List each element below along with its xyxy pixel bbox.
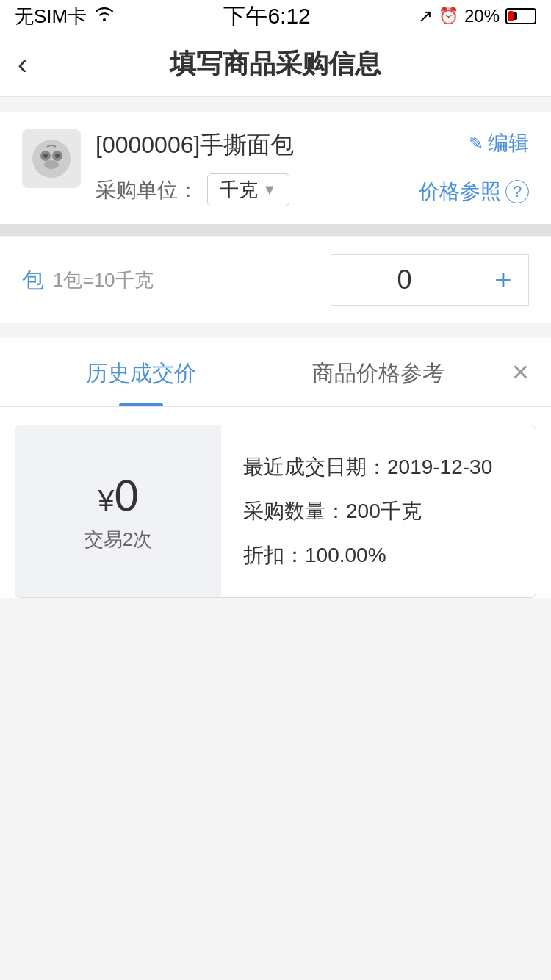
- product-image: [22, 129, 81, 188]
- close-icon: ×: [512, 356, 529, 388]
- tab1-label: 历史成交价: [86, 361, 196, 385]
- unit-prefix: 采购单位：: [96, 176, 198, 204]
- currency-symbol: ¥: [98, 484, 114, 516]
- tab-history-price[interactable]: 历史成交价: [22, 338, 259, 406]
- transaction-price: ¥0: [98, 470, 139, 521]
- date-label: 最近成交日期：: [243, 455, 387, 478]
- transaction-price-section: ¥0 交易2次: [15, 425, 221, 597]
- quantity-unit: 包: [22, 265, 44, 295]
- quantity-input-group: 0 +: [331, 254, 529, 306]
- quantity-value: 0: [397, 264, 411, 295]
- status-time: 下午6:12: [223, 1, 310, 32]
- product-left: [0000006]手撕面包 采购单位： 千克 ▼: [22, 129, 294, 206]
- tab2-label: 商品价格参考: [312, 361, 444, 385]
- wifi-icon: [93, 5, 116, 28]
- transaction-qty: 采购数量：200千克: [243, 496, 514, 527]
- quantity-unit-hint: 1包=10千克: [53, 267, 154, 293]
- product-name: [0000006]手撕面包: [96, 129, 294, 162]
- plus-icon: +: [494, 264, 511, 297]
- transaction-details: 最近成交日期：2019-12-30 采购数量：200千克 折扣：100.00%: [221, 425, 536, 597]
- date-value: 2019-12-30: [387, 455, 492, 478]
- page-title: 填写商品采购信息: [170, 46, 381, 82]
- product-info: [0000006]手撕面包 采购单位： 千克 ▼: [96, 129, 294, 206]
- svg-point-4: [55, 154, 60, 158]
- tabs-header: 历史成交价 商品价格参考 ×: [0, 338, 551, 407]
- back-button[interactable]: ‹: [18, 48, 27, 81]
- product-unit-row: 采购单位： 千克 ▼: [96, 173, 294, 206]
- tabs-close-button[interactable]: ×: [497, 341, 529, 403]
- quantity-row: 包 1包=10千克 0 +: [0, 237, 551, 323]
- price-value: 0: [114, 471, 138, 520]
- product-card: [0000006]手撕面包 采购单位： 千克 ▼ ✎ 编辑 价格参照 ?: [0, 112, 551, 224]
- dropdown-arrow-icon: ▼: [262, 181, 277, 198]
- transaction-date: 最近成交日期：2019-12-30: [243, 452, 514, 483]
- transaction-count: 交易2次: [84, 527, 152, 552]
- transaction-card: ¥0 交易2次 最近成交日期：2019-12-30 采购数量：200千克 折扣：…: [15, 425, 536, 598]
- price-ref-button[interactable]: 价格参照 ?: [419, 178, 529, 206]
- battery-percent: 20%: [464, 6, 500, 26]
- price-ref-label: 价格参照: [419, 178, 501, 206]
- svg-point-5: [44, 160, 59, 169]
- discount-value: 100.00%: [305, 544, 386, 566]
- carrier-label: 无SIM卡: [15, 4, 87, 29]
- edit-button[interactable]: ✎ 编辑: [469, 129, 529, 157]
- qty-value: 200千克: [346, 500, 422, 522]
- status-right: ↗ ⏰ 20%: [418, 6, 536, 26]
- status-left: 无SIM卡: [15, 4, 116, 29]
- status-bar: 无SIM卡 下午6:12 ↗ ⏰ 20%: [0, 0, 551, 32]
- section-divider: [0, 224, 551, 236]
- unit-select[interactable]: 千克 ▼: [207, 173, 289, 206]
- tab-price-ref[interactable]: 商品价格参考: [259, 338, 497, 406]
- discount-label: 折扣：: [243, 544, 305, 566]
- battery-icon: [505, 8, 536, 24]
- svg-point-3: [43, 154, 48, 158]
- help-icon: ?: [505, 180, 529, 203]
- nav-bar: ‹ 填写商品采购信息: [0, 32, 551, 97]
- qty-label: 采购数量：: [243, 500, 346, 522]
- alarm-icon: ⏰: [439, 7, 458, 26]
- quantity-plus-button[interactable]: +: [478, 254, 529, 306]
- page-background: [0, 616, 551, 980]
- transaction-discount: 折扣：100.00%: [243, 540, 514, 571]
- unit-value: 千克: [220, 177, 258, 203]
- quantity-input[interactable]: 0: [331, 254, 478, 306]
- tabs-section: 历史成交价 商品价格参考 × ¥0 交易2次 最近成交日期：2019-12-30…: [0, 338, 551, 598]
- quantity-left: 包 1包=10千克: [22, 265, 154, 295]
- product-header: [0000006]手撕面包 采购单位： 千克 ▼ ✎ 编辑 价格参照 ?: [22, 129, 529, 206]
- edit-icon: ✎: [469, 133, 483, 154]
- location-icon: ↗: [418, 6, 433, 26]
- edit-label: 编辑: [488, 129, 529, 157]
